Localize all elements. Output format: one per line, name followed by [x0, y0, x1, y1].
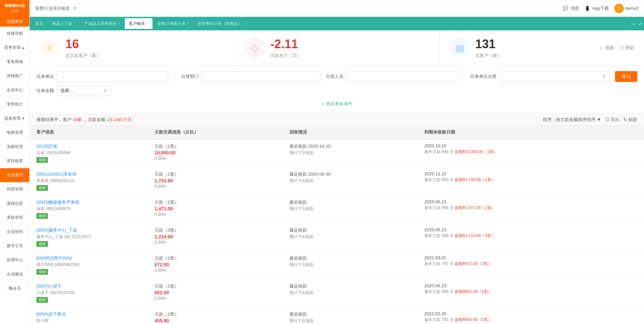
- help-btn[interactable]: ⓘ 帮助: [619, 45, 634, 51]
- stat-card-debtors: ¥ 16 总欠款客户（家）: [30, 30, 234, 65]
- balance-select[interactable]: 选择... ▼: [57, 85, 111, 96]
- from-unit-filter: 往来单位 ...: [36, 71, 176, 82]
- refresh-btn[interactable]: ↻ 刷新: [623, 117, 637, 123]
- sidebar-item-vip[interactable]: 畅会员: [0, 282, 29, 296]
- filter-area: 往来单位 ... 分管部门 分管人员 ...: [30, 66, 644, 114]
- total-customers-value: 131: [475, 37, 502, 51]
- dept-select[interactable]: [201, 71, 320, 82]
- customer-name-link-4[interactable]: [000002]用户2050: [36, 256, 72, 261]
- close-icon[interactable]: ×: [118, 22, 120, 26]
- sidebar-item-retail-stats[interactable]: 零售统计: [0, 97, 29, 112]
- sidebar-item-operations[interactable]: 经营管理: [0, 182, 29, 197]
- debt-info-2: 欠款（1笔） 1,471.00 0.00%: [155, 199, 289, 217]
- sidebar-item-app-center[interactable]: 应用中心: [0, 253, 29, 267]
- customer-info-4: [000002]用户2050 用户2050 18665062050 现销: [36, 255, 155, 275]
- logo-text: 畅捷通好生意: [5, 3, 25, 8]
- overdue-link-2[interactable]: 超期¥1,471.00（1笔）: [455, 205, 495, 210]
- close-icon[interactable]: ×: [74, 22, 76, 26]
- tab-goods[interactable]: 商品上下架 ×: [48, 18, 80, 29]
- unit-class-arrow: ▼: [602, 75, 606, 79]
- debt-info-5: 欠款（1笔） 652.00 0.00%: [155, 283, 289, 301]
- customer-tag-5: 现销: [36, 297, 48, 303]
- collection-info-1: 最近收款 2020-06-30 预计下次收款: [289, 171, 424, 184]
- customer-name-link-6[interactable]: [0006]去下粮仓: [36, 312, 66, 317]
- customer-name-link-0[interactable]: [0016]吕俊: [36, 144, 57, 149]
- tab-production[interactable]: 产成品入库单历史 ×: [80, 18, 124, 29]
- customer-tag-0: 现销: [36, 157, 48, 163]
- customer-contact-6: 陈小希: [36, 318, 155, 324]
- debt-info-0: 欠款（1笔） 10,000.00 0.00%: [155, 143, 289, 161]
- sidebar-item-ecommerce[interactable]: 电商管理: [0, 126, 29, 140]
- from-unit-input[interactable]: [57, 71, 168, 82]
- customer-info-6: [0006]去下粮仓 陈小希 现销: [36, 311, 155, 324]
- filter-collapse-btn[interactable]: ∧ 收起更多条件: [36, 99, 637, 108]
- tab-inventory-stats[interactable]: 进货单统计表（按商品） ×: [193, 18, 249, 29]
- customer-tag-2: 现销: [36, 213, 48, 219]
- debt-info-6: 欠款（1笔） 455.90 0.00%: [155, 311, 289, 324]
- sidebar-logo: 畅捷通好生意 示范: [0, 0, 29, 17]
- dept-filter: 分管部门: [181, 71, 320, 82]
- message-btn[interactable]: 💬 消息: [563, 5, 580, 11]
- customer-name-link-3[interactable]: [0002]服务中心_丁磊: [36, 228, 77, 233]
- customer-info-3: [0002]服务中心_丁磊 服务中心_丁磊 181 0125 8371 现销: [36, 227, 155, 247]
- sidebar-item-retail-mgmt[interactable]: 零售管理 ▲: [0, 41, 29, 55]
- customer-name-link-1[interactable]: [0001020001]李老师: [36, 172, 77, 177]
- sidebar-item-batch-mgmt[interactable]: 批发管理 ▼: [0, 112, 29, 126]
- sidebar-item-enterprise-wechat[interactable]: 企业微信: [0, 267, 29, 282]
- table-row: [0016]吕俊 吕俊 13026203696 现销 欠款（1笔） 10,000…: [30, 139, 644, 167]
- sidebar-item-marketing[interactable]: 营销推广: [0, 69, 29, 83]
- close-icon[interactable]: ×: [187, 22, 189, 26]
- person-dots[interactable]: ...: [460, 73, 465, 80]
- table-row: [0003]畅捷服务尹海燕 海燕 18513066976 现销 欠款（1笔） 1…: [30, 195, 644, 223]
- person-input[interactable]: [346, 71, 458, 82]
- overdue-info-2: 2020.06.23 最长欠款 998 天 超期¥1,471.00（1笔）: [424, 199, 637, 211]
- user-avatar[interactable]: D demo2: [614, 4, 639, 13]
- sidebar-item-new-guide[interactable]: 新手引导: [0, 239, 29, 253]
- overdue-link-5[interactable]: 超期¥652.00（1笔）: [455, 289, 492, 294]
- data-table: 客户信息 欠款交易信息（占比） 回收情况 到期未收款日期 [0016]吕俊 吕俊…: [30, 126, 644, 324]
- customer-name-link-5[interactable]: [0007]小进干: [36, 284, 62, 289]
- tab-expand-btn[interactable]: ⤢: [639, 21, 643, 26]
- customer-info-5: [0007]小进干 小进干 18279152100 现销: [36, 283, 155, 303]
- sidebar-item-member-center[interactable]: 会员中心: [0, 83, 29, 97]
- results-info: 搜索结果中，客户 16家 ，欠款金额 -21,148.07元: [36, 117, 132, 123]
- overdue-link-3[interactable]: 超期¥1,214.00（3笔）: [455, 233, 495, 238]
- tab-purchase-order[interactable]: 采购订单统计表 ×: [153, 18, 193, 29]
- sidebar-item-enterprise-collab[interactable]: 企业协同: [0, 225, 29, 239]
- overdue-link-4[interactable]: 超期¥672.00（1笔）: [455, 261, 492, 266]
- close-icon[interactable]: ×: [243, 22, 245, 26]
- balance-label: 往来余额: [36, 88, 54, 94]
- overdue-link-6[interactable]: 超期¥455.90（1笔）: [455, 317, 492, 322]
- overdue-info-5: 2020.06.23 最长欠款 998 天 超期¥652.00（1笔）: [424, 283, 637, 295]
- from-unit-dots[interactable]: ...: [171, 73, 175, 80]
- dept-label: 分管部门: [181, 73, 199, 80]
- table-row: [0002]服务中心_丁磊 服务中心_丁磊 181 0125 8371 现销 欠…: [30, 223, 644, 251]
- sort-label: 排序：按欠款金额倒序排序 ▼: [543, 117, 601, 123]
- video-help-btn[interactable]: ▷ 视频: [600, 45, 614, 51]
- app-download-btn[interactable]: 📱 App下载: [585, 5, 609, 11]
- sidebar-search-menu[interactable]: 搜索菜单: [0, 17, 29, 27]
- overdue-link-0[interactable]: 超期¥10,000.00（1笔）: [455, 149, 498, 154]
- overdue-link-1[interactable]: 超期¥1,703.68（1笔）: [455, 177, 495, 182]
- table-row: [000002]用户2050 用户2050 18665062050 现销 欠款（…: [30, 251, 644, 279]
- customer-name-link-2[interactable]: [0003]畅捷服务尹海燕: [36, 200, 79, 205]
- collection-info-6: 最近收款 预计下次收款: [289, 311, 424, 324]
- unit-class-select[interactable]: ▼: [499, 71, 610, 82]
- export-btn[interactable]: ◎ 导出: [605, 117, 620, 123]
- sidebar-item-capital[interactable]: 资金管理: [0, 168, 29, 182]
- overdue-info-6: 2021.02.26 最长欠款 750 天 超期¥455.90（1笔）: [424, 311, 637, 323]
- subtitle-arrow[interactable]: ▼: [73, 6, 77, 11]
- search-button[interactable]: 查询: [615, 71, 637, 82]
- sidebar-item-basic-info[interactable]: 基础信息: [0, 197, 29, 211]
- sidebar-item-retail-mall[interactable]: 零售商城: [0, 55, 29, 69]
- sidebar-item-quick-nav[interactable]: 快捷导航: [0, 27, 29, 41]
- tab-customer-account[interactable]: 客户账本 ×: [125, 18, 152, 29]
- tab-collapse-btn[interactable]: —: [631, 21, 636, 26]
- sidebar-item-purchase[interactable]: 采购管理: [0, 140, 29, 154]
- logo-sub: 示范: [5, 9, 25, 13]
- close-icon[interactable]: ×: [146, 22, 148, 26]
- tab-home[interactable]: 首页: [31, 18, 47, 29]
- topbar-subtitle: 母婴行业演示账套 ▼: [35, 5, 77, 11]
- sidebar-item-system[interactable]: 系统管理: [0, 211, 29, 225]
- sidebar-item-inventory[interactable]: 库存核算: [0, 154, 29, 168]
